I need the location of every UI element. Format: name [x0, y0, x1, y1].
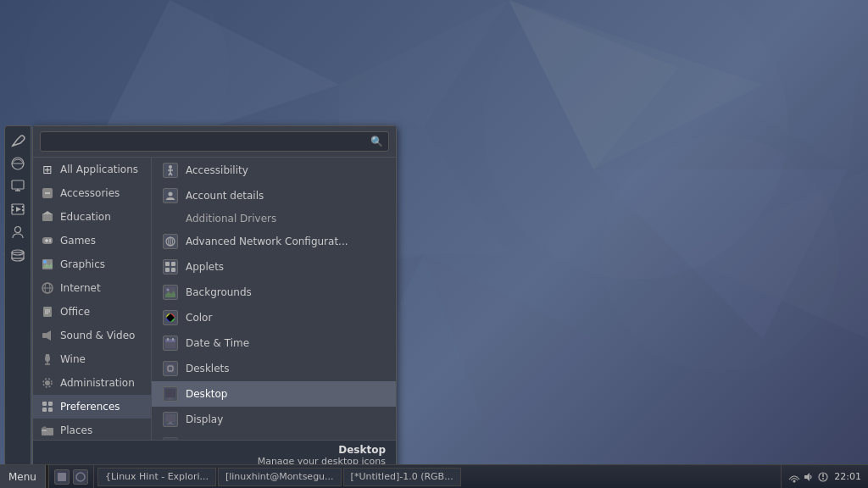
svg-rect-57	[171, 262, 175, 266]
svg-marker-18	[42, 211, 53, 214]
category-all-label: All Applications	[60, 164, 138, 175]
taskbar-quick-icons	[49, 465, 94, 488]
svg-point-47	[169, 165, 172, 169]
datetime-app-icon	[162, 335, 179, 352]
category-administration[interactable]: Administration	[33, 371, 151, 395]
app-applets-label: Applets	[186, 261, 386, 273]
sidebar-icon-monitor[interactable]	[7, 175, 29, 197]
app-desklets[interactable]: Desklets	[152, 356, 396, 381]
taskbar-menu-button[interactable]: Menu	[0, 465, 46, 488]
category-games[interactable]: Games	[33, 229, 151, 252]
office-icon	[40, 304, 55, 319]
svg-rect-73	[167, 399, 174, 400]
desklets-app-icon	[162, 360, 179, 377]
app-applets[interactable]: Applets	[152, 254, 396, 280]
search-input[interactable]	[46, 134, 370, 149]
category-all[interactable]: ⊞ All Applications	[33, 158, 151, 181]
applets-app-icon	[162, 258, 179, 275]
sidebar-icon-person[interactable]	[7, 221, 29, 243]
app-network[interactable]: Advanced Network Configurat...	[152, 229, 396, 254]
svg-rect-86	[12, 209, 14, 211]
svg-rect-59	[171, 268, 175, 272]
app-network-label: Advanced Network Configurat...	[186, 236, 386, 247]
app-account[interactable]: Account details	[152, 183, 396, 208]
svg-point-52	[169, 192, 173, 197]
svg-point-100	[822, 478, 824, 480]
app-drivers-label: Additional Drivers	[186, 213, 276, 225]
taskbar-item-2-label: [*Untitled]-1.0 (RGB...	[351, 471, 453, 482]
category-education[interactable]: Education	[33, 205, 151, 229]
app-accessibility-label: Accessibility	[186, 164, 386, 176]
taskbar-item-1-label: [linuxhint@Montsegu...	[225, 471, 334, 482]
search-icon: 🔍	[370, 136, 383, 147]
category-internet[interactable]: Internet	[33, 276, 151, 300]
search-bar: 🔍	[33, 126, 396, 158]
category-accessories[interactable]: Accessories	[33, 181, 151, 205]
svg-point-23	[49, 241, 51, 242]
category-graphics[interactable]: Graphics	[33, 252, 151, 276]
svg-rect-42	[42, 408, 47, 412]
category-administration-label: Administration	[60, 377, 135, 389]
taskbar-item-1[interactable]: [linuxhint@Montsegu...	[218, 468, 342, 486]
svg-rect-74	[165, 414, 175, 422]
svg-rect-17	[42, 214, 53, 221]
color-app-icon	[162, 309, 179, 326]
network-app-icon	[162, 233, 179, 250]
sidebar-icon-tools[interactable]	[7, 130, 29, 152]
quick-icon-2[interactable]	[73, 469, 88, 485]
sidebar-icon-drive[interactable]	[7, 244, 29, 266]
tray-sound-icon	[803, 471, 815, 483]
effects-app-icon	[162, 436, 179, 440]
svg-point-13	[602, 136, 839, 373]
app-color-label: Color	[186, 312, 386, 324]
taskbar-item-2[interactable]: [*Untitled]-1.0 (RGB...	[343, 468, 461, 486]
app-display[interactable]: Display	[152, 407, 396, 432]
app-desktop[interactable]: Desktop	[152, 381, 396, 407]
preferences-icon	[40, 399, 55, 414]
graphics-icon	[40, 257, 55, 272]
administration-icon	[40, 375, 55, 391]
svg-rect-85	[12, 206, 14, 208]
menu-panel: 🔍 ⊞ All Applications Accessories Educati…	[32, 125, 397, 471]
app-accessibility[interactable]: Accessibility	[152, 158, 396, 183]
app-display-label: Display	[186, 413, 386, 425]
category-preferences[interactable]: Preferences	[33, 395, 151, 419]
app-datetime[interactable]: Date & Time	[152, 330, 396, 356]
svg-rect-66	[165, 339, 175, 342]
taskbar-item-0[interactable]: {Linux Hint - Explori...	[97, 468, 216, 486]
svg-rect-72	[169, 397, 172, 399]
category-office[interactable]: Office	[33, 300, 151, 324]
apps-list: Accessibility Account details Additional…	[152, 158, 396, 440]
svg-rect-75	[169, 422, 172, 424]
quick-icon-1[interactable]	[54, 469, 70, 485]
sidebar-icon-network[interactable]	[7, 152, 29, 175]
status-title: Desktop	[338, 444, 386, 456]
education-icon	[40, 209, 55, 225]
category-places[interactable]: Places	[33, 419, 151, 440]
svg-point-38	[45, 380, 50, 385]
category-wine[interactable]: Wine	[33, 347, 151, 371]
app-effects[interactable]: Effects	[152, 432, 396, 440]
svg-rect-88	[22, 209, 24, 211]
svg-rect-56	[165, 262, 170, 266]
app-backgrounds[interactable]: Backgrounds	[152, 280, 396, 305]
taskbar-item-0-label: {Linux Hint - Explori...	[105, 471, 209, 482]
category-sound[interactable]: Sound & Video	[33, 324, 151, 347]
app-color[interactable]: Color	[152, 305, 396, 330]
app-account-label: Account details	[186, 190, 386, 202]
search-input-wrap[interactable]: 🔍	[40, 131, 389, 152]
left-icon-bar	[4, 125, 31, 471]
taskbar: Menu {Linux Hint - Explori... [linuxhint…	[0, 464, 868, 488]
account-app-icon	[162, 187, 179, 204]
games-icon	[40, 233, 55, 248]
taskbar-tray: 22:01	[781, 465, 868, 488]
svg-rect-45	[42, 430, 47, 431]
category-internet-label: Internet	[60, 282, 101, 294]
category-education-label: Education	[60, 211, 111, 223]
app-drivers[interactable]: Additional Drivers	[152, 208, 396, 229]
svg-rect-71	[165, 389, 175, 397]
display-app-icon	[162, 411, 179, 428]
svg-line-78	[13, 144, 14, 146]
svg-point-25	[43, 260, 47, 263]
sidebar-icon-film[interactable]	[7, 198, 29, 220]
